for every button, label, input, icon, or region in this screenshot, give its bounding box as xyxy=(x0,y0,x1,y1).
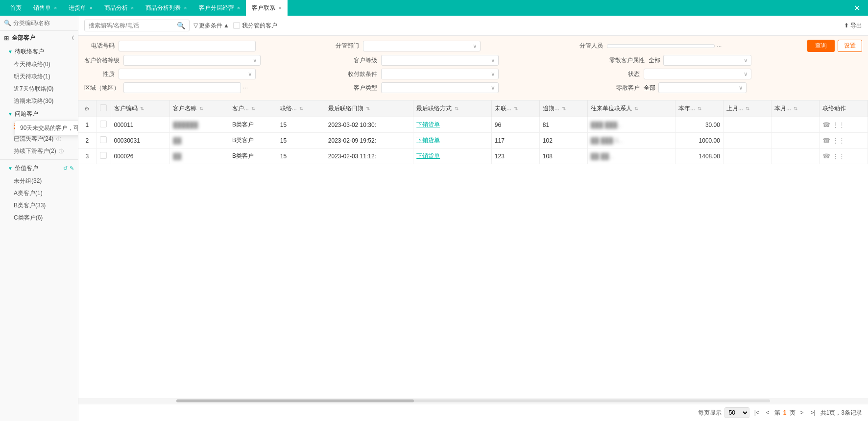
sidebar-item-tomorrow-contact[interactable]: 明天待联络(1) xyxy=(0,71,78,83)
nav-close-analysis-list[interactable]: × xyxy=(184,5,187,11)
td-last-method-1[interactable]: 下销货单 xyxy=(413,133,492,149)
nav-item-analysis-list[interactable]: 商品分析列表 × xyxy=(140,0,193,16)
phone-action-icon-2[interactable]: ☎ xyxy=(822,152,830,160)
content-area: 🔍 ▽ 更多条件 ▲ 我分管的客户 ⬆ 导出 电话号码 xyxy=(78,16,868,421)
sidebar-group-problem[interactable]: ▼ 问题客户 xyxy=(0,107,78,121)
nav-close-analysis[interactable]: × xyxy=(131,5,134,11)
td-last-method-0[interactable]: 下销货单 xyxy=(413,117,492,133)
sidebar-group-pending[interactable]: ▼ 待联络客户 xyxy=(0,45,78,58)
customer-level-select[interactable]: ∨ xyxy=(381,55,499,66)
th-type[interactable]: 客户... ⇅ xyxy=(229,100,277,117)
row-checkbox-0[interactable] xyxy=(100,121,107,127)
manager-select[interactable] xyxy=(607,44,715,48)
table-settings-icon[interactable]: ⚙ xyxy=(84,105,90,112)
manager-dots[interactable]: ··· xyxy=(717,43,722,50)
sidebar-item-a-class[interactable]: A类客户(1) xyxy=(0,187,78,199)
nav-close-customer-tier[interactable]: × xyxy=(237,5,240,11)
nav-item-purchase[interactable]: 进货单 × xyxy=(63,0,98,16)
th-contact[interactable]: 联络... ⇅ xyxy=(277,100,325,117)
td-checkbox-1[interactable] xyxy=(96,133,111,149)
info-icon-declining: ⓘ xyxy=(59,149,64,154)
region-label: 区域（地区） xyxy=(84,84,123,92)
pg-last-button[interactable]: >| xyxy=(809,408,818,417)
checkbox-icon[interactable] xyxy=(233,22,240,29)
td-last-method-2[interactable]: 下销货单 xyxy=(413,149,492,164)
arrow-icon-value: ▼ xyxy=(8,166,13,171)
nav-close-purchase[interactable]: × xyxy=(89,5,92,11)
sidebar-item-b-class[interactable]: B类客户(33) xyxy=(0,199,78,212)
select-all-checkbox[interactable] xyxy=(100,104,107,111)
refresh-icon[interactable]: ↺ xyxy=(63,165,68,172)
retail-customer-select[interactable]: ∨ xyxy=(658,82,747,93)
phone-action-icon-1[interactable]: ☎ xyxy=(822,137,830,144)
td-checkbox-2[interactable] xyxy=(96,149,111,164)
td-checkbox-0[interactable] xyxy=(96,117,111,133)
nav-item-sales[interactable]: 销售单 × xyxy=(27,0,63,16)
th-contact2[interactable]: 往来单位联系人 ⇅ xyxy=(587,100,675,117)
action-icons-2[interactable]: ☎ ⋮⋮ xyxy=(822,152,865,160)
more-action-icon-1[interactable]: ⋮⋮ xyxy=(832,137,845,144)
nature-select[interactable]: ∨ xyxy=(119,69,256,79)
sidebar-item-7day-contact[interactable]: 近7天待联络(0) xyxy=(0,83,78,95)
region-dots[interactable]: ··· xyxy=(243,84,248,91)
action-icons-0[interactable]: ☎ ⋮⋮ xyxy=(822,121,865,128)
customer-type-select[interactable]: ∨ xyxy=(381,82,499,93)
pg-next-button[interactable]: > xyxy=(798,408,806,417)
pg-first-button[interactable]: |< xyxy=(752,408,761,417)
sidebar-item-declining[interactable]: 持续下滑客户(2) ⓘ xyxy=(0,145,78,157)
th-overdue[interactable]: 逾期... ⇅ xyxy=(539,100,587,117)
filter-search-button[interactable]: 🔍 xyxy=(177,22,185,29)
settings-button[interactable]: 设置 xyxy=(838,40,862,52)
filter-search-input[interactable] xyxy=(89,22,177,29)
sidebar-item-today-contact[interactable]: 今天待联络(0) xyxy=(0,58,78,71)
nav-home[interactable]: 首页 xyxy=(4,0,27,16)
phone-input[interactable] xyxy=(119,41,256,51)
sidebar-search-input[interactable] xyxy=(13,20,78,26)
th-code[interactable]: 客户编码 ⇅ xyxy=(111,100,170,117)
more-action-icon-0[interactable]: ⋮⋮ xyxy=(832,121,845,128)
nav-close-sales[interactable]: × xyxy=(54,5,57,11)
th-last-date[interactable]: 最后联络日期 ⇅ xyxy=(325,100,413,117)
row-checkbox-1[interactable] xyxy=(100,136,107,143)
phone-action-icon-0[interactable]: ☎ xyxy=(822,121,830,128)
retail-attr-chevron: ∨ xyxy=(744,57,748,64)
per-page-select[interactable]: 50 20 100 xyxy=(724,407,749,418)
more-action-icon-2[interactable]: ⋮⋮ xyxy=(832,152,845,160)
region-input[interactable] xyxy=(123,82,241,93)
filter-my-customers-checkbox[interactable]: 我分管的客户 xyxy=(233,22,277,30)
dept-select[interactable]: ∨ xyxy=(363,41,481,51)
th-name[interactable]: 客户名称 ⇅ xyxy=(170,100,229,117)
close-all-button[interactable]: ✕ xyxy=(850,3,864,13)
status-select[interactable]: ∨ xyxy=(644,69,751,79)
sidebar-item-ungrouped[interactable]: 未分组(32) xyxy=(0,175,78,187)
nav-close-customer-contact[interactable]: × xyxy=(278,5,281,11)
sidebar-group-value[interactable]: ▼ 价值客户 ↺ ✎ xyxy=(0,162,78,175)
sidebar-all-customers[interactable]: ⊞ 全部客户 《 xyxy=(0,31,78,45)
payment-select[interactable]: ∨ xyxy=(381,69,499,79)
th-this-month[interactable]: 本月... ⇅ xyxy=(771,100,819,117)
query-button[interactable]: 查询 xyxy=(807,40,835,52)
sidebar-item-c-class[interactable]: C类客户(6) xyxy=(0,212,78,224)
nav-item-analysis[interactable]: 商品分析 × xyxy=(98,0,140,16)
th-year-amount[interactable]: 本年... ⇅ xyxy=(675,100,723,117)
th-last-method[interactable]: 最后联络方式 ⇅ xyxy=(413,100,492,117)
action-icons-1[interactable]: ☎ ⋮⋮ xyxy=(822,137,865,144)
retail-attr-select[interactable]: ∨ xyxy=(663,55,751,66)
row-checkbox-2[interactable] xyxy=(100,152,107,159)
td-contact2-2: ██ ██... xyxy=(587,149,675,164)
td-contact2-0: ███ ███... xyxy=(587,117,675,133)
th-last-month[interactable]: 上月... ⇅ xyxy=(723,100,771,117)
sidebar-item-overdue-contact[interactable]: 逾期未联络(30) xyxy=(0,95,78,107)
sidebar-search-container: 🔍 xyxy=(0,16,78,31)
nav-item-customer-contact[interactable]: 客户联系 × xyxy=(246,0,287,16)
edit-icon[interactable]: ✎ xyxy=(70,165,74,172)
filter-bar: 🔍 ▽ 更多条件 ▲ 我分管的客户 ⬆ 导出 xyxy=(78,16,868,36)
payment-label: 收付款条件 xyxy=(347,70,381,78)
nav-item-customer-tier[interactable]: 客户分层经营 × xyxy=(193,0,246,16)
filter-more-button[interactable]: ▽ 更多条件 ▲ xyxy=(193,22,229,30)
export-button[interactable]: ⬆ 导出 xyxy=(844,22,862,30)
price-level-select[interactable]: ∨ xyxy=(123,55,261,66)
horizontal-scrollbar[interactable] xyxy=(78,398,868,404)
pg-prev-button[interactable]: < xyxy=(764,408,772,417)
th-not-contact[interactable]: 未联... ⇅ xyxy=(491,100,539,117)
